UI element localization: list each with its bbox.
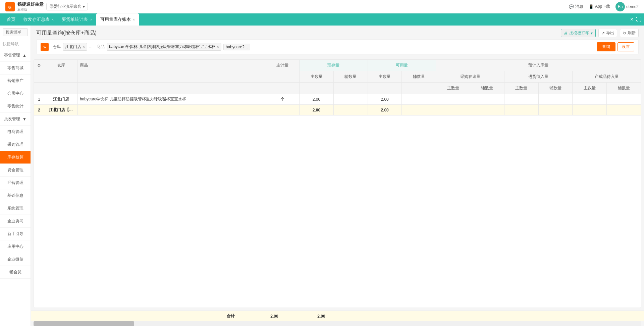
sidebar-item-purchase-mgmt[interactable]: 采购管理 [0, 138, 31, 151]
sidebar-item-enterprise-wechat[interactable]: 企业微信 [0, 253, 31, 266]
col-warehouse-header: 仓库 [44, 60, 78, 71]
filter-settings-button[interactable]: 设置 [618, 42, 634, 51]
sub-empty1 [34, 83, 44, 94]
warehouse-filter-tag: 江北门店 × [63, 43, 87, 51]
tab-close-order-stats[interactable]: × [90, 17, 92, 21]
col-incoming-group: 预计入库量 [436, 60, 641, 71]
col-incoming-main-header: 进货待入量 [504, 71, 573, 83]
quick-nav-label: 快捷导航 [0, 39, 31, 49]
sidebar-item-retail-stats[interactable]: 零售统计 [0, 100, 31, 113]
row1-purchase-sub [470, 94, 504, 105]
avatar: Ea [615, 2, 625, 11]
row2-index: 2 [34, 105, 44, 115]
row1-incoming-sub [538, 94, 573, 105]
scrollbar-thumb[interactable] [34, 321, 134, 326]
top-bar: 畅 畅捷通好生意 标准版 母婴行业演示账套 ▾ 💬 消息 📱 App下载 Ea … [0, 0, 644, 13]
sidebar-item-member-center[interactable]: 会员中心 [0, 87, 31, 100]
fullscreen-button[interactable]: ⛶ [636, 16, 641, 22]
tab-close-receive-summary[interactable]: × [52, 17, 54, 21]
tab-bar-actions: × ⛶ [630, 16, 644, 22]
col-product-header: 商品 [78, 60, 265, 71]
warehouse-tag-close[interactable]: × [83, 45, 85, 49]
row1-stock-sub [333, 94, 368, 105]
sidebar-item-retail-mgmt[interactable]: 零售管理 ▲ [0, 49, 31, 62]
col-warehouse-header2 [44, 71, 78, 83]
row2-incoming-sub [538, 105, 573, 115]
sub-empty4 [265, 83, 300, 94]
export-button[interactable]: ↗ 导出 [598, 29, 617, 37]
sidebar-item-retail-mall[interactable]: 零售商城 [0, 62, 31, 75]
warehouse-filter-label: 仓库 [53, 44, 61, 50]
horizontal-scrollbar[interactable] [34, 321, 641, 326]
home-tab-label: 首页 [7, 16, 15, 22]
close-all-tabs-button[interactable]: × [630, 16, 633, 22]
sidebar-item-new-guide[interactable]: 新手引导 [0, 228, 31, 240]
row1-warehouse: 江北门店 [44, 94, 78, 105]
user-profile[interactable]: Ea demo2 [615, 2, 639, 11]
col-gear[interactable]: ⚙ [34, 60, 44, 71]
table-header-group-row: ⚙ 仓库 商品 主计量 现存量 可用量 预计入库量 [34, 60, 641, 71]
dropdown-icon: ▾ [591, 31, 593, 36]
sidebar-item-inventory-check[interactable]: 库存核算 [0, 151, 31, 164]
tab-close-available-stock[interactable]: × [133, 17, 135, 21]
sidebar-item-vip-member[interactable]: 畅会员 [0, 266, 31, 279]
col-finished-main-header: 产成品待入量 [573, 71, 641, 83]
col-purchase-main: 主数量 [436, 83, 470, 94]
table-row: 1 江北门店 babycare学饮杯 儿童防摔防撞吸管杯重力球吸嘴杯宝宝水杯 个… [34, 94, 641, 105]
sidebar-item-finance-mgmt[interactable]: 资金管理 [0, 164, 31, 177]
refresh-button[interactable]: ↻ 刷新 [620, 29, 639, 37]
filter-toggle-button[interactable]: » [41, 43, 49, 51]
sidebar-item-system-mgmt[interactable]: 系统管理 [0, 202, 31, 215]
filter-actions: 查询 设置 [597, 42, 634, 51]
row2-purchase-main [436, 105, 470, 115]
wholesale-mgmt-label: 批发管理 [4, 116, 20, 122]
sidebar-item-basic-info[interactable]: 基础信息 [0, 189, 31, 202]
table-row-subtotal: 2 江北门店【... 2.00 2.00 [34, 105, 641, 115]
system-mgmt-label: 系统管理 [7, 205, 23, 211]
product-tag1-close[interactable]: × [217, 45, 219, 49]
receive-summary-tab-label: 收发存汇总表 [23, 16, 50, 22]
tab-bar: 首页 收发存汇总表 × 要货单统计表 × 可用量库存账本 × × ⛶ [0, 13, 644, 26]
table-header-sub-row: 主数量 辅数量 主数量 辅数量 主数量 辅数量 [34, 83, 641, 94]
message-button[interactable]: 💬 消息 [569, 4, 583, 9]
message-icon: 💬 [569, 4, 574, 9]
sidebar-item-enterprise-collab[interactable]: 企业协同 [0, 215, 31, 228]
col-incoming-main: 主数量 [504, 83, 538, 94]
sidebar-item-wholesale-mgmt[interactable]: 批发管理 ▼ [0, 113, 31, 126]
col-unit-header: 主计量 [265, 60, 300, 71]
app-subtitle: 标准版 [17, 7, 44, 12]
sidebar-item-marketing[interactable]: 营销推广 [0, 75, 31, 87]
template-print-button[interactable]: 🖨 按模板打印 ▾ [561, 29, 596, 37]
warehouse-filter-value: 江北门店 [65, 44, 81, 50]
search-input[interactable] [3, 28, 28, 36]
query-button[interactable]: 查询 [597, 42, 615, 51]
tab-available-stock[interactable]: 可用量库存账本 × [96, 13, 139, 26]
gear-icon: ⚙ [37, 63, 41, 68]
row1-incoming-main [504, 94, 538, 105]
sidebar-item-ecommerce-mgmt[interactable]: 电商管理 [0, 126, 31, 138]
data-table: ⚙ 仓库 商品 主计量 现存量 可用量 预计入库量 主数量 [34, 59, 641, 115]
app-download-button[interactable]: 📱 App下载 [589, 4, 610, 9]
product-filter-field: 商品 babycare学饮杯 儿童防摔防撞吸管杯重力球吸嘴杯宝宝水杯 × bab… [97, 43, 250, 51]
col-purchase-sub: 辅数量 [470, 83, 504, 94]
sidebar-item-operations-mgmt[interactable]: 经营管理 [0, 177, 31, 189]
sub-empty5 [300, 83, 334, 94]
tab-home[interactable]: 首页 [3, 13, 19, 26]
warehouse-filter-more[interactable]: ··· [89, 45, 93, 49]
vip-member-label: 畅会员 [9, 269, 21, 275]
row1-available-sub [402, 94, 436, 105]
industry-selector[interactable]: 母婴行业演示账套 ▾ [46, 3, 88, 10]
row1-unit: 个 [265, 94, 300, 105]
content-area: 可用量查询(按仓库+商品) 🖨 按模板打印 ▾ ↗ 导出 ↻ 刷新 [31, 26, 644, 326]
bottom-bar: 合计 2.00 2.00 [31, 311, 644, 321]
tab-receive-summary[interactable]: 收发存汇总表 × [19, 13, 58, 26]
inventory-check-label: 库存核算 [7, 154, 23, 160]
chevron-icon: ▲ [22, 53, 26, 58]
col-empty [34, 71, 44, 83]
table-header-detail-row: 主数量 辅数量 主数量 辅数量 采购在途量 进货待入量 产成品待入量 [34, 71, 641, 83]
row2-stock-sub [333, 105, 368, 115]
retail-mgmt-label: 零售管理 [4, 52, 20, 58]
tab-order-stats[interactable]: 要货单统计表 × [58, 13, 96, 26]
row1-available-main: 2.00 [368, 94, 402, 105]
sidebar-item-app-center[interactable]: 应用中心 [0, 240, 31, 253]
